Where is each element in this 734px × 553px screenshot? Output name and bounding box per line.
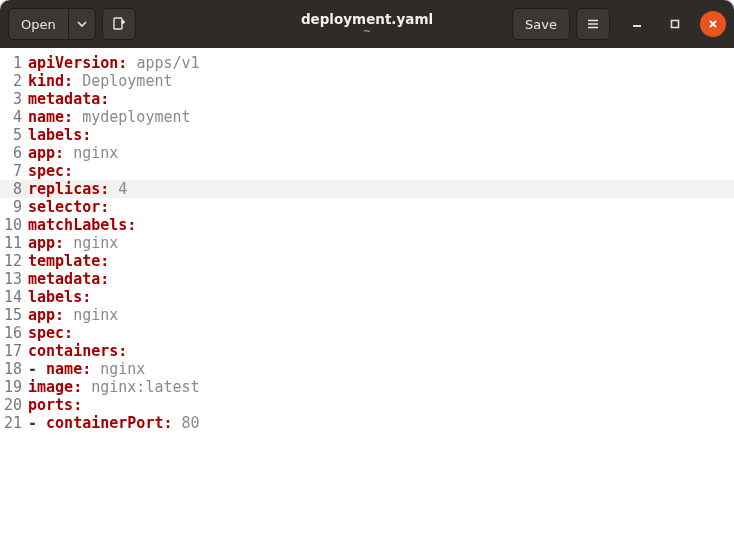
line-content: template:: [28, 252, 734, 270]
open-button-group: Open: [8, 8, 96, 40]
code-line[interactable]: 5 labels:: [0, 126, 734, 144]
line-content: apiVersion: apps/v1: [28, 54, 734, 72]
line-number: 13: [0, 270, 28, 288]
line-content: containers:: [28, 342, 734, 360]
code-line[interactable]: 9 selector:: [0, 198, 734, 216]
code-line[interactable]: 11 app: nginx: [0, 234, 734, 252]
code-line[interactable]: 2kind: Deployment: [0, 72, 734, 90]
line-number: 8: [0, 180, 28, 198]
code-line[interactable]: 19 image: nginx:latest: [0, 378, 734, 396]
line-content: metadata:: [28, 270, 734, 288]
code-line[interactable]: 7spec:: [0, 162, 734, 180]
line-number: 12: [0, 252, 28, 270]
menu-button[interactable]: [576, 8, 610, 40]
minimize-button[interactable]: [624, 11, 650, 37]
line-content: - name: nginx: [28, 360, 734, 378]
text-editor[interactable]: 1apiVersion: apps/v12kind: Deployment3me…: [0, 48, 734, 553]
line-number: 15: [0, 306, 28, 324]
code-line[interactable]: 6 app: nginx: [0, 144, 734, 162]
line-number: 3: [0, 90, 28, 108]
line-number: 4: [0, 108, 28, 126]
minimize-icon: [631, 18, 643, 30]
code-line[interactable]: 10 matchLabels:: [0, 216, 734, 234]
code-line[interactable]: 15 app: nginx: [0, 306, 734, 324]
code-line[interactable]: 16 spec:: [0, 324, 734, 342]
document-subtitle: ~: [363, 26, 371, 37]
line-number: 5: [0, 126, 28, 144]
editor-window: Open deployment.yaml: [0, 0, 734, 553]
line-content: - containerPort: 80: [28, 414, 734, 432]
new-tab-button[interactable]: [102, 8, 136, 40]
code-line[interactable]: 3metadata:: [0, 90, 734, 108]
close-icon: [707, 18, 719, 30]
maximize-icon: [669, 18, 681, 30]
line-number: 1: [0, 54, 28, 72]
code-line[interactable]: 12 template:: [0, 252, 734, 270]
line-number: 17: [0, 342, 28, 360]
code-line[interactable]: 17 containers:: [0, 342, 734, 360]
hamburger-icon: [586, 17, 600, 31]
code-line[interactable]: 1apiVersion: apps/v1: [0, 54, 734, 72]
line-number: 11: [0, 234, 28, 252]
svg-rect-0: [114, 18, 122, 29]
open-recent-button[interactable]: [68, 8, 96, 40]
line-content: selector:: [28, 198, 734, 216]
svg-rect-7: [672, 21, 679, 28]
line-number: 19: [0, 378, 28, 396]
line-content: metadata:: [28, 90, 734, 108]
titlebar: Open deployment.yaml: [0, 0, 734, 48]
line-content: matchLabels:: [28, 216, 734, 234]
line-content: name: mydeployment: [28, 108, 734, 126]
code-line[interactable]: 20 ports:: [0, 396, 734, 414]
open-button-label: Open: [21, 17, 56, 32]
new-document-icon: [111, 16, 127, 32]
line-number: 14: [0, 288, 28, 306]
code-line[interactable]: 14 labels:: [0, 288, 734, 306]
code-line[interactable]: 21 - containerPort: 80: [0, 414, 734, 432]
line-number: 21: [0, 414, 28, 432]
line-content: image: nginx:latest: [28, 378, 734, 396]
line-number: 9: [0, 198, 28, 216]
save-button[interactable]: Save: [512, 8, 570, 40]
line-number: 7: [0, 162, 28, 180]
line-number: 10: [0, 216, 28, 234]
line-content: labels:: [28, 288, 734, 306]
open-button[interactable]: Open: [8, 8, 68, 40]
line-content: app: nginx: [28, 234, 734, 252]
line-number: 20: [0, 396, 28, 414]
line-content: ports:: [28, 396, 734, 414]
line-content: labels:: [28, 126, 734, 144]
document-title: deployment.yaml: [301, 11, 433, 27]
code-line[interactable]: 8 replicas: 4: [0, 180, 734, 198]
code-line[interactable]: 13 metadata:: [0, 270, 734, 288]
line-number: 18: [0, 360, 28, 378]
code-line[interactable]: 18 - name: nginx: [0, 360, 734, 378]
line-content: app: nginx: [28, 144, 734, 162]
line-number: 16: [0, 324, 28, 342]
line-content: app: nginx: [28, 306, 734, 324]
maximize-button[interactable]: [662, 11, 688, 37]
close-button[interactable]: [700, 11, 726, 37]
line-content: spec:: [28, 162, 734, 180]
line-number: 2: [0, 72, 28, 90]
save-button-label: Save: [525, 17, 557, 32]
line-number: 6: [0, 144, 28, 162]
line-content: spec:: [28, 324, 734, 342]
line-content: kind: Deployment: [28, 72, 734, 90]
line-content: replicas: 4: [28, 180, 734, 198]
chevron-down-icon: [77, 19, 87, 29]
code-line[interactable]: 4 name: mydeployment: [0, 108, 734, 126]
